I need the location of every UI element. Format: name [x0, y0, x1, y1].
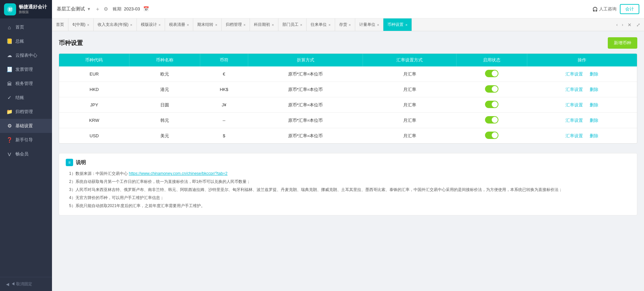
tab-scroll-right[interactable]: › [621, 21, 625, 28]
account-button[interactable]: 会计 [620, 4, 639, 14]
calendar-icon[interactable]: 📅 [143, 6, 149, 11]
table-row: KRW 韩元 -- 原币*汇率=本位币 月汇率 汇率设置 删除 [59, 113, 637, 128]
tab-close-currency[interactable]: × [405, 23, 407, 27]
sidebar-item-home[interactable]: ⌂首页 [0, 20, 52, 34]
cell-method: 原币*汇率=本位币 [248, 113, 363, 128]
period-display: 账期 2023-03 📅 [113, 6, 149, 12]
page-header: 币种设置 新增币种 [59, 37, 637, 49]
tab-close-tax[interactable]: × [187, 23, 189, 27]
tab-label-home: 首页 [56, 22, 64, 28]
tab-inventory[interactable]: 存货× [335, 18, 355, 31]
tab-close-period[interactable]: × [87, 23, 89, 27]
tab-template[interactable]: 模版设计× [137, 18, 165, 31]
rate-setting-link[interactable]: 汇率设置 [566, 87, 583, 93]
tab-unit[interactable]: 计量单位× [355, 18, 383, 31]
tab-label-subjects: 科目期初 [254, 22, 270, 28]
toggle-switch[interactable] [485, 70, 498, 77]
tab-dept[interactable]: 部门员工× [278, 18, 307, 31]
sidebar-item-tax[interactable]: 🏛税务管理 [0, 77, 52, 91]
tab-close-period-end[interactable]: × [215, 23, 217, 27]
tab-close-subjects[interactable]: × [272, 23, 274, 27]
company-selector[interactable]: 基层工会测试 ▼ [57, 6, 91, 12]
delete-link[interactable]: 删除 [590, 102, 598, 108]
tabbar-controls: ‹ › ✕ ⤢ [613, 21, 644, 28]
tab-close-template[interactable]: × [159, 23, 161, 27]
tab-close-income[interactable]: × [130, 23, 132, 27]
rate-setting-link[interactable]: 汇率设置 [566, 133, 583, 139]
company-arrow-icon: ▼ [87, 7, 91, 11]
cell-status[interactable] [456, 113, 527, 128]
toggle-switch[interactable] [485, 132, 498, 139]
toggle-switch[interactable] [485, 101, 498, 108]
cell-actions: 汇率设置 删除 [527, 113, 637, 128]
sidebar-item-settle[interactable]: ✓结账 [0, 91, 52, 105]
tab-home[interactable]: 首页 [52, 18, 68, 31]
tab-label-inventory: 存货 [339, 22, 347, 28]
cell-symbol: $ [200, 128, 248, 144]
sidebar-item-invoice[interactable]: 🧾发票管理 [0, 62, 52, 77]
cell-status[interactable] [456, 128, 527, 144]
cell-status[interactable] [456, 82, 527, 97]
sidebar-pin-toggle[interactable]: ◀ ◀ 取消固定 [0, 277, 52, 291]
tab-subjects[interactable]: 科目期初× [250, 18, 278, 31]
reports-icon: ☁ [6, 52, 13, 58]
sidebar-item-guide[interactable]: ❓新手引导 [0, 133, 52, 147]
customer-service-button[interactable]: 🎧 人工咨询 [592, 6, 616, 12]
tab-period-end[interactable]: 期末结转× [193, 18, 221, 31]
sidebar-item-reports[interactable]: ☁云报表中心 [0, 48, 52, 62]
add-tab-button[interactable]: ＋ [95, 6, 100, 13]
tab-close-inventory[interactable]: × [349, 23, 351, 27]
tab-close-contacts[interactable]: × [328, 23, 330, 27]
cell-actions: 汇率设置 删除 [527, 97, 637, 113]
sidebar-label-settings: 基础设置 [15, 123, 33, 129]
cell-rate-type: 月汇率 [363, 113, 456, 128]
tab-label-dept: 部门员工 [282, 22, 299, 28]
col-status: 启用状态 [456, 54, 527, 66]
delete-link[interactable]: 删除 [590, 133, 598, 139]
app-name: 畅捷通好会计 [19, 4, 47, 10]
table-row: HKD 港元 HK$ 原币*汇率=本位币 月汇率 汇率设置 删除 [59, 82, 637, 97]
sidebar: 财 畅捷通好会计 旗舰版 ⌂首页📒总账☁云报表中心🧾发票管理🏛税务管理✓结账📁归… [0, 0, 52, 291]
tab-currency[interactable]: 币种设置× [383, 18, 412, 31]
expand-tab[interactable]: ⤢ [635, 21, 642, 28]
tab-close-dept[interactable]: × [300, 23, 302, 27]
delete-link[interactable]: 删除 [590, 71, 598, 77]
tab-income[interactable]: 收入支出表(年报)× [94, 18, 137, 31]
topbar-right: 🎧 人工咨询 会计 [592, 4, 639, 14]
settings-icon[interactable]: ⚙ [104, 6, 108, 12]
tab-label-income: 收入支出表(年报) [98, 22, 128, 28]
tab-archive[interactable]: 归档管理× [222, 18, 250, 31]
rate-setting-link[interactable]: 汇率设置 [566, 71, 583, 77]
delete-link[interactable]: 删除 [590, 117, 598, 124]
home-icon: ⌂ [6, 25, 13, 30]
tab-contacts[interactable]: 往来单位× [307, 18, 335, 31]
tab-close-archive[interactable]: × [244, 23, 246, 27]
tab-scroll-left[interactable]: ‹ [615, 21, 619, 28]
chinamoney-link[interactable]: https://www.chinamoney.com.cn/chinese/bk… [129, 171, 227, 176]
cell-method: 原币*汇率=本位币 [248, 97, 363, 113]
toggle-switch[interactable] [485, 116, 498, 124]
tab-period[interactable]: ¢(中期)× [68, 18, 94, 31]
toggle-track [485, 101, 498, 108]
new-currency-button[interactable]: 新增币种 [608, 37, 637, 49]
col-code: 币种代码 [59, 54, 129, 66]
rate-setting-link[interactable]: 汇率设置 [566, 102, 583, 108]
action-group: 汇率设置 删除 [532, 133, 632, 139]
sidebar-label-archive: 归档管理 [15, 109, 33, 115]
sidebar-item-ledger[interactable]: 📒总账 [0, 34, 52, 48]
toggle-switch[interactable] [485, 85, 498, 93]
cell-status[interactable] [456, 66, 527, 82]
sidebar-item-archive[interactable]: 📁归档管理 [0, 105, 52, 119]
cell-status[interactable] [456, 97, 527, 113]
note-5: 5）系统只能自动抓取2021年度后的汇率，之前年度汇率需要用户手工维护。 [69, 202, 630, 210]
tab-label-period: ¢(中期) [72, 22, 86, 28]
rate-setting-link[interactable]: 汇率设置 [566, 117, 583, 124]
delete-link[interactable]: 删除 [590, 87, 598, 93]
sidebar-item-settings[interactable]: ⚙基础设置 [0, 119, 52, 133]
sidebar-item-member[interactable]: V畅会员 [0, 147, 52, 161]
tab-tax[interactable]: 税表清册× [165, 18, 193, 31]
svg-text:财: 财 [8, 7, 12, 11]
tab-close-unit[interactable]: × [377, 23, 379, 27]
close-all-tabs[interactable]: ✕ [626, 21, 633, 28]
settle-icon: ✓ [6, 95, 13, 101]
